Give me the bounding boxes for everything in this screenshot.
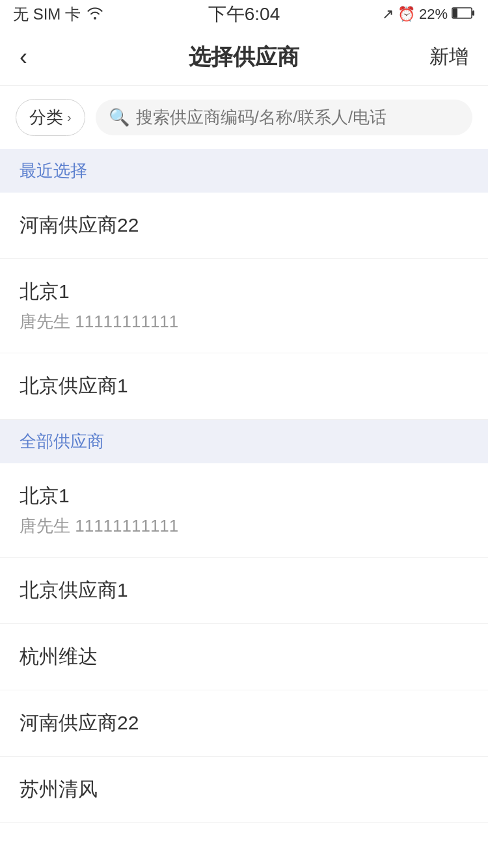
list-item[interactable]: 河南供应商22 — [0, 690, 488, 757]
item-name: 北京1 — [20, 483, 468, 509]
search-input[interactable] — [136, 107, 459, 128]
battery-label: 22% — [419, 6, 448, 23]
item-name: 北京1 — [20, 278, 468, 305]
recent-section-header: 最近选择 — [0, 149, 488, 193]
wifi-icon — [86, 5, 104, 23]
search-input-wrap: 🔍 — [96, 100, 472, 135]
all-items-list: 北京1 唐先生 11111111111 北京供应商1杭州维达河南供应商22苏州清… — [0, 463, 488, 823]
list-item[interactable]: 北京1 唐先生 11111111111 — [0, 259, 488, 353]
list-item[interactable]: 苏州清风 — [0, 757, 488, 823]
list-item[interactable]: 北京供应商1 — [0, 353, 488, 420]
chevron-icon: › — [67, 110, 72, 125]
list-item[interactable]: 杭州维达 — [0, 624, 488, 690]
item-name: 河南供应商22 — [20, 710, 468, 737]
item-sub: 唐先生 11111111111 — [20, 310, 468, 333]
item-name: 苏州清风 — [20, 776, 468, 803]
status-left: 无 SIM 卡 — [13, 4, 104, 25]
nav-title: 选择供应商 — [189, 42, 299, 72]
location-icon: ↗ — [382, 6, 394, 23]
svg-rect-2 — [472, 10, 474, 16]
add-button[interactable]: 新增 — [429, 44, 468, 70]
category-button[interactable]: 分类 › — [16, 99, 85, 136]
search-icon: 🔍 — [109, 107, 129, 128]
item-sub: 唐先生 11111111111 — [20, 515, 468, 537]
back-button[interactable]: ‹ — [13, 37, 34, 77]
status-right: ↗ ⏰ 22% — [382, 6, 475, 23]
item-name: 北京供应商1 — [20, 373, 468, 400]
all-section-label: 全部供应商 — [20, 431, 104, 451]
nav-bar: ‹ 选择供应商 新增 — [0, 29, 488, 86]
battery-icon — [452, 6, 475, 23]
alarm-icon: ⏰ — [398, 6, 415, 23]
list-item[interactable]: 北京1 唐先生 11111111111 — [0, 463, 488, 558]
svg-rect-1 — [453, 8, 457, 18]
recent-section-label: 最近选择 — [20, 161, 87, 180]
item-name: 河南供应商22 — [20, 212, 468, 239]
list-item[interactable]: 河南供应商22 — [0, 193, 488, 259]
status-time: 下午6:04 — [208, 2, 280, 27]
all-section-header: 全部供应商 — [0, 420, 488, 463]
search-bar: 分类 › 🔍 — [0, 86, 488, 149]
recent-items-list: 河南供应商22 北京1 唐先生 11111111111 北京供应商1 — [0, 193, 488, 420]
item-name: 杭州维达 — [20, 644, 468, 670]
carrier-label: 无 SIM 卡 — [13, 4, 81, 25]
status-bar: 无 SIM 卡 下午6:04 ↗ ⏰ 22% — [0, 0, 488, 29]
item-name: 北京供应商1 — [20, 577, 468, 604]
category-label: 分类 — [29, 106, 63, 129]
list-item[interactable]: 北京供应商1 — [0, 558, 488, 624]
